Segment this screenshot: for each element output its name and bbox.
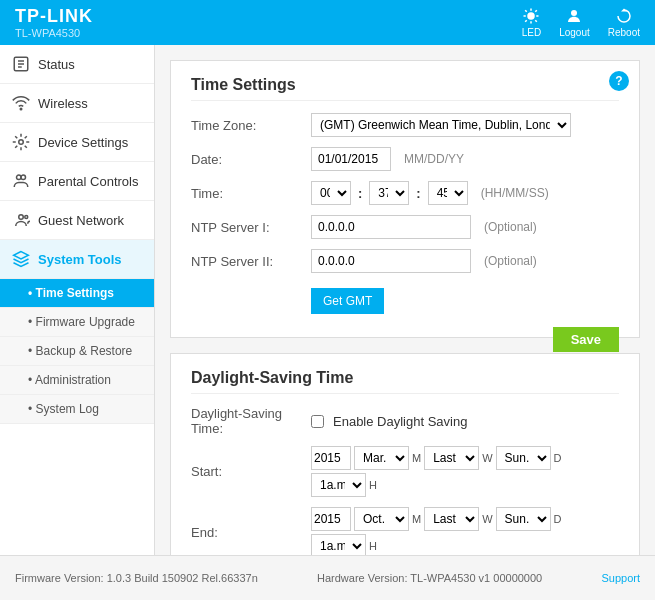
- end-d-label: D: [554, 513, 562, 525]
- svg-point-4: [20, 108, 22, 110]
- dst-start-month-select[interactable]: Mar.: [354, 446, 409, 470]
- sidebar-wireless-label: Wireless: [38, 96, 88, 111]
- dst-start-label: Start:: [191, 464, 311, 479]
- date-value: MM/DD/YY: [311, 147, 619, 171]
- sidebar-sub-admin[interactable]: Administration: [0, 366, 154, 395]
- ntp2-label: NTP Server II:: [191, 254, 311, 269]
- timezone-value: (GMT) Greenwich Mean Time, Dublin, Londo…: [311, 113, 619, 137]
- sidebar-item-guest-network[interactable]: Guest Network: [0, 201, 154, 240]
- time-min-select[interactable]: 37: [369, 181, 409, 205]
- led-button[interactable]: LED: [522, 7, 541, 38]
- logo-text: TP-LINK: [15, 6, 93, 27]
- end-h-label: H: [369, 540, 377, 552]
- sidebar-status-label: Status: [38, 57, 75, 72]
- colon2: :: [416, 186, 420, 201]
- sidebar-item-system-tools[interactable]: System Tools: [0, 240, 154, 279]
- header-icons: LED Logout Reboot: [522, 7, 640, 38]
- sidebar-item-wireless[interactable]: Wireless: [0, 84, 154, 123]
- time-settings-section: ? Time Settings Time Zone: (GMT) Greenwi…: [170, 60, 640, 338]
- svg-point-1: [571, 10, 577, 16]
- sidebar: Status Wireless Device Settings Parental…: [0, 45, 155, 555]
- date-row: Date: MM/DD/YY: [191, 147, 619, 171]
- dst-end-day-select[interactable]: Sun.: [496, 507, 551, 531]
- time-settings-title: Time Settings: [191, 76, 619, 101]
- start-h-label: H: [369, 479, 377, 491]
- timezone-label: Time Zone:: [191, 118, 311, 133]
- sidebar-item-status[interactable]: Status: [0, 45, 154, 84]
- sidebar-parental-label: Parental Controls: [38, 174, 138, 189]
- start-w-label: W: [482, 452, 492, 464]
- logo-model: TL-WPA4530: [15, 27, 93, 39]
- reboot-button[interactable]: Reboot: [608, 7, 640, 38]
- date-input[interactable]: [311, 147, 391, 171]
- ntp1-input[interactable]: [311, 215, 471, 239]
- dst-label: Daylight-Saving Time:: [191, 406, 311, 436]
- dst-start-value: Mar. M Last W Sun. D 1a.m. H: [311, 446, 619, 497]
- time-value: 00 : 37 : 45 (HH/MM/SS): [311, 181, 619, 205]
- time-hint: (HH/MM/SS): [481, 186, 549, 200]
- dst-start-year[interactable]: [311, 446, 351, 470]
- ntp2-hint: (Optional): [484, 254, 537, 268]
- ntp1-value: (Optional): [311, 215, 619, 239]
- main-content: ? Time Settings Time Zone: (GMT) Greenwi…: [155, 45, 655, 555]
- dst-end-time-select[interactable]: 1a.m.: [311, 534, 366, 555]
- dst-enable-row: Daylight-Saving Time: Enable Daylight Sa…: [191, 406, 619, 436]
- time-hour-select[interactable]: 00: [311, 181, 351, 205]
- dst-end-label: End:: [191, 525, 311, 540]
- layout: Status Wireless Device Settings Parental…: [0, 45, 655, 555]
- time-save-button[interactable]: Save: [553, 327, 619, 352]
- support-link[interactable]: Support: [601, 572, 640, 584]
- end-m-label: M: [412, 513, 421, 525]
- start-d-label: D: [554, 452, 562, 464]
- sidebar-item-device-settings[interactable]: Device Settings: [0, 123, 154, 162]
- footer: Firmware Version: 1.0.3 Build 150902 Rel…: [0, 555, 655, 600]
- sidebar-sub-backup[interactable]: Backup & Restore: [0, 337, 154, 366]
- sidebar-guest-label: Guest Network: [38, 213, 124, 228]
- led-label: LED: [522, 27, 541, 38]
- sidebar-sub-syslog[interactable]: System Log: [0, 395, 154, 424]
- sidebar-sub-time-settings[interactable]: Time Settings: [0, 279, 154, 308]
- hardware-version: Hardware Version: TL-WPA4530 v1 00000000: [317, 572, 542, 584]
- date-label: Date:: [191, 152, 311, 167]
- svg-point-9: [25, 216, 28, 219]
- ntp1-label: NTP Server I:: [191, 220, 311, 235]
- sidebar-system-label: System Tools: [38, 252, 122, 267]
- header: TP-LINK TL-WPA4530 LED Logout Reboot: [0, 0, 655, 45]
- dst-start-time-select[interactable]: 1a.m.: [311, 473, 366, 497]
- timezone-select[interactable]: (GMT) Greenwich Mean Time, Dublin, Londo…: [311, 113, 571, 137]
- dst-end-month-select[interactable]: Oct.: [354, 507, 409, 531]
- dst-start-row: Start: Mar. M Last W Sun. D 1a.m. H: [191, 446, 619, 497]
- dst-checkbox[interactable]: [311, 415, 324, 428]
- ntp1-row: NTP Server I: (Optional): [191, 215, 619, 239]
- dst-end-week-select[interactable]: Last: [424, 507, 479, 531]
- ntp2-value: (Optional): [311, 249, 619, 273]
- dst-start-day-select[interactable]: Sun.: [496, 446, 551, 470]
- ntp2-input[interactable]: [311, 249, 471, 273]
- timezone-row: Time Zone: (GMT) Greenwich Mean Time, Du…: [191, 113, 619, 137]
- dst-enable-value: Enable Daylight Saving: [311, 414, 619, 429]
- get-gmt-row: Get GMT: [311, 283, 619, 314]
- time-row: Time: 00 : 37 : 45 (HH/MM/SS): [191, 181, 619, 205]
- sidebar-sub-menu: Time Settings Firmware Upgrade Backup & …: [0, 279, 154, 424]
- end-w-label: W: [482, 513, 492, 525]
- time-sec-select[interactable]: 45: [428, 181, 468, 205]
- date-hint: MM/DD/YY: [404, 152, 464, 166]
- sidebar-device-settings-label: Device Settings: [38, 135, 128, 150]
- ntp1-hint: (Optional): [484, 220, 537, 234]
- dst-title: Daylight-Saving Time: [191, 369, 619, 394]
- dst-end-value: Oct. M Last W Sun. D 1a.m. H: [311, 507, 619, 555]
- dst-section: Daylight-Saving Time Daylight-Saving Tim…: [170, 353, 640, 555]
- logout-button[interactable]: Logout: [559, 7, 590, 38]
- start-m-label: M: [412, 452, 421, 464]
- sidebar-sub-firmware[interactable]: Firmware Upgrade: [0, 308, 154, 337]
- help-icon[interactable]: ?: [609, 71, 629, 91]
- svg-point-8: [19, 215, 24, 220]
- dst-end-year[interactable]: [311, 507, 351, 531]
- svg-point-7: [21, 175, 26, 180]
- sidebar-item-parental-controls[interactable]: Parental Controls: [0, 162, 154, 201]
- colon1: :: [358, 186, 362, 201]
- dst-start-week-select[interactable]: Last: [424, 446, 479, 470]
- ntp2-row: NTP Server II: (Optional): [191, 249, 619, 273]
- logo-area: TP-LINK TL-WPA4530: [15, 6, 93, 39]
- get-gmt-button[interactable]: Get GMT: [311, 288, 384, 314]
